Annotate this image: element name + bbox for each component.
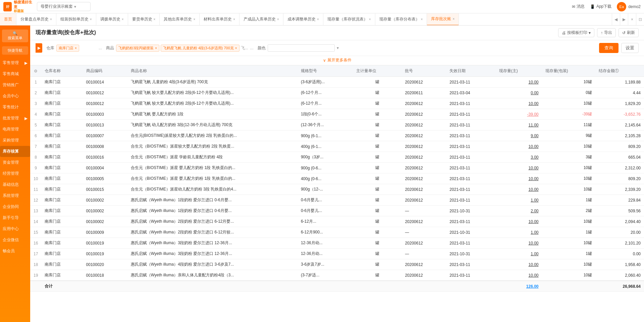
logo-text: 畅捷通好生意 [14, 0, 34, 9]
sidebar-item-guide[interactable]: 新手引导 [0, 212, 30, 223]
cell-name: 惠氏启赋（Wyeth illuma）3段奶粉 爱尔兰进口 12-36月... [127, 249, 298, 259]
close-icon[interactable]: × [277, 17, 279, 21]
product-tag-1[interactable]: 飞鹤奶粉3段丙罐摆装 × [116, 45, 159, 52]
chevron-down-icon[interactable]: ▾ [337, 46, 339, 50]
tab-other-out[interactable]: 其他出库单历史 × [160, 13, 200, 25]
product-tag-2-close[interactable]: × [235, 46, 237, 50]
color-filter-input[interactable] [268, 44, 335, 52]
product-tag-2[interactable]: 飞鹤星飞帆 儿童奶粉 4段(3-6岁适用) 700克 × [161, 45, 239, 52]
close-icon[interactable]: × [90, 17, 92, 21]
cell-balance: 1,189.88 [595, 77, 644, 88]
expand-toggle[interactable]: ∨ 展开更多条件 [323, 57, 352, 63]
sidebar-item-system[interactable]: 系统管理 [0, 190, 30, 201]
workspace-selector[interactable]: 母婴行业演示账套 ▾ [37, 2, 91, 11]
expand-row[interactable]: ∨ 展开更多条件 [30, 56, 644, 65]
tab-fen-pan[interactable]: 分量盘点单历史 × [16, 13, 56, 25]
close-icon[interactable]: × [50, 17, 52, 21]
qty-main-link[interactable]: 1.00 [531, 198, 538, 203]
tab-stock-dist[interactable]: 现存量（库存分布表） × [375, 13, 427, 25]
cell-warehouse: 南库门店 [41, 206, 83, 216]
query-button[interactable]: 查询 [599, 43, 619, 53]
filter-collapse-toggle[interactable]: ▶ [36, 43, 42, 53]
qty-main-link[interactable]: 2.00 [531, 209, 538, 213]
nav-close-all[interactable]: × [628, 13, 636, 25]
warehouse-tag-close[interactable]: × [75, 46, 77, 50]
qty-main-link[interactable]: 10.00 [529, 219, 539, 224]
qty-main-link[interactable]: 10.00 [529, 262, 539, 267]
cell-batch: 20200612 [401, 120, 446, 130]
settings-icon[interactable]: ⚙ [34, 69, 38, 73]
warehouse-tag[interactable]: 南库门店 × [56, 45, 79, 52]
sidebar-item-member2[interactable]: 畅会员 [0, 246, 30, 257]
search-entry-btn[interactable]: 🔍 搜索英单 [2, 30, 28, 42]
tab-stock-status[interactable]: 现存量（库存状况表） × [323, 13, 375, 25]
sidebar-item-corp[interactable]: 企业协同 [0, 201, 30, 212]
product-tag-1-close[interactable]: × [155, 46, 157, 50]
close-icon[interactable]: × [154, 17, 156, 21]
close-icon[interactable]: × [233, 17, 235, 21]
qty-main-link[interactable]: 3.00 [531, 155, 538, 160]
close-icon[interactable]: × [421, 17, 423, 21]
sidebar-item-retail-mall[interactable]: 零售商城 [0, 68, 30, 79]
qty-main-link[interactable]: 10.00 [529, 80, 539, 85]
close-icon[interactable]: × [317, 17, 319, 21]
tab-home[interactable]: 首页 [0, 13, 16, 25]
settings-button[interactable]: 设置 [621, 43, 639, 53]
close-icon[interactable]: × [452, 17, 454, 21]
qty-main-link[interactable]: 10.00 [529, 241, 539, 246]
cell-unit: 罐 [353, 270, 401, 281]
sidebar-item-finance[interactable]: 资金管理 [0, 157, 30, 168]
sidebar-item-basic[interactable]: 基础信息 [0, 179, 30, 190]
message-button[interactable]: ✉ 消息 [572, 4, 585, 9]
nav-prev-arrow[interactable]: ◀ [612, 13, 620, 25]
qty-main-link[interactable]: 1.00 [531, 230, 538, 235]
cell-qty-pack: 0罐 [542, 88, 595, 98]
close-icon[interactable]: × [193, 17, 195, 21]
cell-expire: 2021-03-11 [446, 238, 495, 249]
sidebar-item-purchase[interactable]: 采购管理 [0, 135, 30, 146]
qty-main-link[interactable]: 9.00 [531, 133, 538, 138]
sidebar-item-ecommerce[interactable]: 电商管理 [0, 124, 30, 135]
sidebar-item-member[interactable]: 会员中心 [0, 91, 30, 102]
sidebar-item-retail[interactable]: 零售管理 ▶ [0, 57, 30, 68]
cell-spec: 900g（3岁... [298, 152, 353, 163]
tab-stock-batch[interactable]: 库存批次账 × [427, 13, 459, 25]
search-entry[interactable]: 🔍 搜索英单 [0, 28, 30, 44]
sidebar-item-operation[interactable]: 经营管理 [0, 168, 30, 179]
sidebar-item-wholesale[interactable]: 批发管理 ▶ [0, 113, 30, 124]
tab-cost-adjust[interactable]: 成本调整单历史 × [283, 13, 323, 25]
qty-main-link[interactable]: 10.00 [529, 101, 539, 106]
tab-zu-chai[interactable]: 组装拆卸单历史 × [56, 13, 96, 25]
sidebar-item-retail-stats[interactable]: 零售统计 [0, 102, 30, 113]
tab-yao-huo[interactable]: 要货单历史 × [128, 13, 160, 25]
sidebar-item-marketing[interactable]: 营销推广 [0, 79, 30, 91]
quick-nav-btn[interactable]: 快捷导航 [2, 46, 28, 55]
qty-main-link[interactable]: 10.00 [529, 166, 539, 170]
close-icon[interactable]: × [122, 17, 124, 21]
sidebar-item-apps[interactable]: 应用中心 [0, 223, 30, 234]
cell-warehouse: 南库门店 [41, 152, 83, 163]
user-area[interactable]: Ea demo2 [617, 2, 641, 11]
qty-main-link[interactable]: 11.00 [529, 123, 539, 127]
qty-main-link[interactable]: 0.00 [531, 91, 538, 95]
quick-nav-entry[interactable]: 快捷导航 [0, 45, 30, 56]
nav-maximize[interactable]: ⊡ [636, 13, 644, 25]
qty-main-link[interactable]: -39.00 [527, 112, 539, 117]
tab-product-in[interactable]: 产成品入库单历史 × [239, 13, 283, 25]
app-download-button[interactable]: 📱 App下载 [590, 4, 611, 9]
template-print-button[interactable]: 🖨 按模板打印 ▾ [558, 28, 594, 37]
sidebar-item-warehouse[interactable]: 库存核算 [0, 146, 30, 157]
cell-spec: 0-6月婴儿... [298, 195, 353, 206]
qty-main-link[interactable]: 10.00 [529, 144, 539, 149]
sidebar-item-wechat[interactable]: 企业微信 [0, 234, 30, 246]
qty-main-link[interactable]: 10.00 [529, 176, 539, 181]
close-icon[interactable]: × [369, 17, 371, 21]
refresh-button[interactable]: ↺ 刷新 [619, 28, 639, 37]
tab-diao-bo[interactable]: 调拨单历史 × [96, 13, 128, 25]
qty-main-link[interactable]: 1.00 [531, 252, 538, 256]
qty-main-link[interactable]: 10.00 [529, 273, 539, 278]
tab-material-out[interactable]: 材料出库单历史 × [200, 13, 239, 25]
qty-main-link[interactable]: 10.00 [529, 187, 539, 192]
export-button[interactable]: ↑ 导出 [597, 28, 616, 37]
nav-next-arrow[interactable]: ▶ [620, 13, 628, 25]
